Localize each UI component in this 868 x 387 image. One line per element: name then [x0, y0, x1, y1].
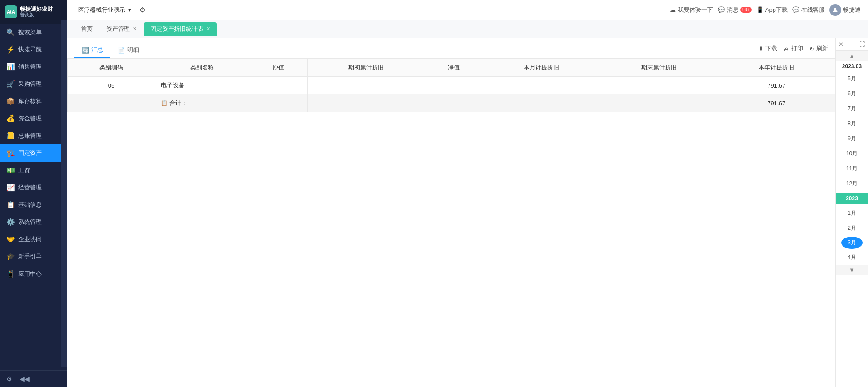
row-original	[249, 77, 308, 94]
basic-icon: 📋	[6, 201, 15, 209]
close-icon[interactable]: ✕	[838, 41, 843, 48]
total-row: 📋 合计： 791.67	[68, 94, 835, 112]
user-area[interactable]: 畅捷通	[829, 4, 861, 16]
sub-tab-summary[interactable]: 🔄 汇总	[74, 43, 110, 58]
print-btn[interactable]: 🖨 打印	[784, 45, 803, 53]
tab-home-label: 首页	[81, 25, 93, 33]
sidebar-item-guide[interactable]: 🎓 新手引导	[0, 248, 67, 265]
col-month-dep: 本月计提折旧	[483, 59, 600, 77]
settings-footer-icon[interactable]: ⚙	[6, 375, 12, 382]
page-inner: 🔄 汇总 📄 明细 ⬇ 下载 🖨 打印	[67, 38, 868, 387]
month-7[interactable]: 7月	[836, 101, 868, 116]
scroll-up-btn[interactable]: ▲	[836, 51, 868, 61]
sidebar-item-sales[interactable]: 📊 销售管理	[0, 58, 67, 75]
sidebar-nav: 🔍 搜索菜单 ⚡ 快捷导航 📊 销售管理 🛒 采购管理 📦 库存核算 💰 资金管…	[0, 24, 67, 370]
sidebar-footer: ⚙ ◀◀	[0, 370, 67, 387]
col-year-dep: 本年计提折旧	[718, 59, 835, 77]
app-main-title: 畅捷通好业财	[20, 6, 53, 12]
sidebar-item-fixed[interactable]: 🏗️ 固定资产	[0, 144, 67, 162]
experience-btn[interactable]: ☁ 我要体验一下	[670, 6, 713, 14]
toolbar-right: ⬇ 下载 🖨 打印 ↻ 刷新	[759, 45, 828, 56]
sidebar-item-label: 工资	[18, 166, 30, 174]
month-6[interactable]: 6月	[836, 86, 868, 101]
message-label: 消息	[727, 6, 739, 14]
ledger-icon: 📒	[6, 132, 15, 140]
month-3-active[interactable]: 3月	[841, 237, 863, 249]
sidebar-item-corp[interactable]: 🤝 企业协同	[0, 231, 67, 248]
settings-topbar-icon[interactable]: ⚙	[139, 6, 145, 14]
sub-tab-detail-label: 明细	[127, 46, 139, 54]
sidebar-item-inventory[interactable]: 📦 库存核算	[0, 93, 67, 110]
avatar	[829, 4, 841, 16]
sidebar-item-label: 经营管理	[18, 184, 42, 192]
month-8[interactable]: 8月	[836, 116, 868, 131]
company-selector[interactable]: 医疗器械行业演示 ▾	[74, 4, 135, 16]
sidebar-item-label: 应用中心	[18, 270, 42, 278]
expand-icon[interactable]: ⛶	[859, 41, 865, 48]
sidebar-item-quicknav[interactable]: ⚡ 快捷导航	[0, 41, 67, 58]
refresh-btn[interactable]: ↻ 刷新	[809, 45, 828, 53]
sidebar-item-basic[interactable]: 📋 基础信息	[0, 196, 67, 213]
search-icon: 🔍	[6, 28, 15, 36]
col-code: 类别编码	[68, 59, 155, 77]
sub-tab-detail[interactable]: 📄 明细	[110, 43, 146, 58]
sub-tab-row: 🔄 汇总 📄 明细 ⬇ 下载 🖨 打印	[67, 38, 835, 59]
total-original	[249, 94, 308, 112]
tab-home[interactable]: 首页	[74, 22, 99, 36]
tab-depreciation-label: 固定资产折旧统计表	[150, 25, 203, 33]
table-area: 类别编码 类别名称 原值 期初累计折旧 净值 本月计提折旧 期末累计折旧 本年计…	[67, 59, 835, 387]
fixed-icon: 🏗️	[6, 149, 15, 157]
year-label: 2023.03	[836, 61, 868, 71]
month-5[interactable]: 5月	[836, 71, 868, 86]
col-name: 类别名称	[155, 59, 249, 77]
quicknav-icon: ⚡	[6, 45, 15, 54]
sidebar-item-payroll[interactable]: 💵 工资	[0, 162, 67, 179]
sidebar-item-ledger[interactable]: 📒 总账管理	[0, 127, 67, 144]
row-net	[425, 77, 483, 94]
month-2[interactable]: 2月	[836, 221, 868, 236]
sub-tab-summary-label: 汇总	[91, 46, 103, 54]
customer-service-icon: 💬	[792, 6, 799, 13]
tab-asset-mgmt[interactable]: 资产管理 ✕	[100, 22, 143, 36]
sidebar-item-label: 快捷导航	[18, 45, 42, 54]
app-download-label: App下载	[765, 6, 788, 14]
month-9[interactable]: 9月	[836, 131, 868, 146]
refresh-icon: ↻	[809, 45, 814, 52]
system-icon: ⚙️	[6, 218, 15, 226]
month-10[interactable]: 10月	[836, 146, 868, 161]
month-4[interactable]: 4月	[836, 250, 868, 265]
download-btn[interactable]: ⬇ 下载	[759, 45, 777, 53]
month-11[interactable]: 11月	[836, 161, 868, 176]
scroll-down-btn[interactable]: ▼	[836, 265, 868, 275]
row-year-dep: 791.67	[718, 77, 835, 94]
inventory-icon: 📦	[6, 97, 15, 105]
sidebar-item-system[interactable]: ⚙️ 系统管理	[0, 213, 67, 231]
col-initial-dep: 期初累计折旧	[308, 59, 425, 77]
sidebar-item-search[interactable]: 🔍 搜索菜单	[0, 24, 67, 41]
sidebar-item-label: 库存核算	[18, 97, 42, 105]
sidebar-item-appcenter[interactable]: 📱 应用中心	[0, 265, 67, 283]
message-btn[interactable]: 💬 消息 99+	[718, 6, 752, 14]
sidebar-item-bizmanage[interactable]: 📈 经营管理	[0, 179, 67, 196]
collapse-icon[interactable]: ◀◀	[20, 375, 30, 382]
total-label: 📋 合计：	[155, 94, 249, 112]
main-content: 医疗器械行业演示 ▾ ⚙ ☁ 我要体验一下 💬 消息 99+ 📱 App下载 💬…	[67, 0, 868, 387]
tab-close-icon[interactable]: ✕	[133, 26, 137, 32]
app-download-btn[interactable]: 📱 App下载	[756, 6, 788, 14]
message-badge: 99+	[740, 7, 752, 13]
row-initial-dep	[308, 77, 425, 94]
tab-close-active-icon[interactable]: ✕	[206, 26, 210, 32]
month-1[interactable]: 1月	[836, 206, 868, 221]
guide-icon: 🎓	[6, 253, 15, 261]
app-sub-title: 普及版	[20, 12, 53, 18]
page-body: 🔄 汇总 📄 明细 ⬇ 下载 🖨 打印	[67, 38, 835, 387]
sidebar-item-funds[interactable]: 💰 资金管理	[0, 110, 67, 127]
customer-service-btn[interactable]: 💬 在线客服	[792, 6, 825, 14]
topbar: 医疗器械行业演示 ▾ ⚙ ☁ 我要体验一下 💬 消息 99+ 📱 App下载 💬…	[67, 0, 868, 20]
month-12[interactable]: 12月	[836, 176, 868, 191]
dropdown-icon: ▾	[128, 6, 131, 13]
tab-depreciation-table[interactable]: 固定资产折旧统计表 ✕	[144, 22, 217, 36]
title-area: 畅捷通好业财 普及版	[20, 6, 53, 18]
row-name: 电子设备	[155, 77, 249, 94]
sidebar-item-purchase[interactable]: 🛒 采购管理	[0, 75, 67, 93]
